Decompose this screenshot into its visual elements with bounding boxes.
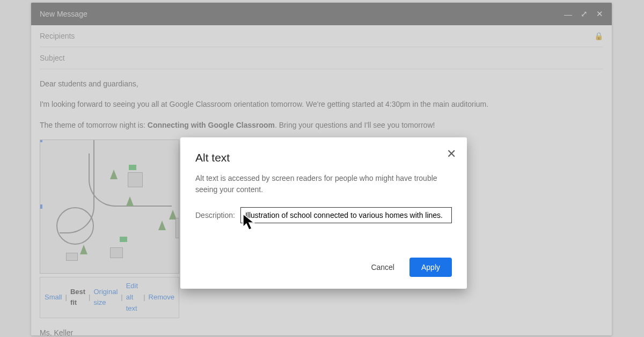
cancel-button[interactable]: Cancel — [368, 259, 398, 276]
modal-title: Alt text — [195, 151, 452, 164]
description-label: Description: — [195, 211, 235, 219]
apply-button[interactable]: Apply — [409, 258, 452, 277]
description-row: Description: — [195, 207, 452, 223]
description-input[interactable] — [240, 207, 452, 223]
modal-help-text: Alt text is accessed by screen readers f… — [195, 173, 452, 195]
close-modal-icon[interactable]: ✕ — [447, 148, 456, 160]
alt-text-modal: ✕ Alt text Alt text is accessed by scree… — [180, 137, 467, 289]
modal-actions: Cancel Apply — [195, 258, 452, 277]
